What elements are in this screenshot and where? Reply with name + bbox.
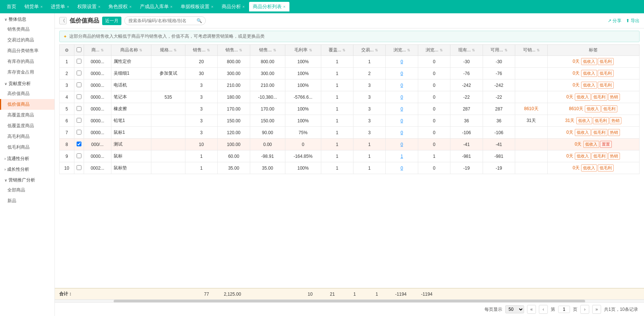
col-settings[interactable]: ⚙ [60,45,74,56]
row-checkbox[interactable] [77,153,81,158]
cell-check[interactable] [74,79,84,91]
sidebar-item-新品[interactable]: 新品 [0,196,54,206]
close-icon[interactable]: × [40,4,43,9]
sidebar-section-贡献度分析[interactable]: ∨贡献度分析 [0,78,54,88]
sidebar-item-低毛利商品[interactable]: 低毛利商品 [0,142,54,153]
search-input[interactable] [124,16,206,25]
nav-item-权限设置[interactable]: 权限设置× [74,2,104,11]
browse1-link[interactable]: 0 [400,106,403,112]
col-check[interactable] [74,45,84,56]
share-button[interactable]: ↗ 分享 [608,18,621,24]
cell-browse1[interactable]: 0 [386,79,418,91]
cell-browse1[interactable]: 0 [386,103,418,115]
row-checkbox[interactable] [77,106,81,111]
close-icon[interactable]: × [129,4,131,9]
sidebar-item-商品分类销售率[interactable]: 商品分类销售率 [0,45,54,56]
select-all-checkbox[interactable] [77,47,81,52]
browse1-link[interactable]: 0 [400,142,403,147]
cell-check[interactable] [74,103,84,115]
close-icon[interactable]: × [242,4,245,9]
col-saleable[interactable]: 可销... ⇅ [515,45,547,56]
cell-check[interactable] [74,115,84,127]
row-checkbox[interactable] [77,59,81,64]
close-icon[interactable]: × [67,4,69,9]
close-icon[interactable]: × [170,4,172,9]
browse1-link[interactable]: 0 [400,95,403,100]
last-page-button[interactable]: » [592,305,601,314]
cell-browse1[interactable]: 0 [386,115,418,127]
export-button[interactable]: ⬆ 导出 [626,18,640,24]
first-page-button[interactable]: « [527,305,536,314]
row-checkbox[interactable] [77,71,81,75]
cell-check[interactable] [74,150,84,162]
sidebar-item-高覆盖度商品[interactable]: 高覆盖度商品 [0,110,54,120]
nav-item-商品分析[interactable]: 商品分析× [218,2,248,11]
sidebar-item-高价值商品[interactable]: 高价值商品 [0,88,54,99]
cell-check[interactable] [74,56,84,68]
col-spec[interactable]: 规格... ⇅ [151,45,185,56]
sidebar-item-低覆盖度商品[interactable]: 低覆盖度商品 [0,120,54,131]
col-browse1[interactable]: 浏览... ⇅ [386,45,418,56]
close-icon[interactable]: × [98,4,100,9]
cell-check[interactable] [74,127,84,139]
cell-browse1[interactable]: 1 [386,150,418,162]
prev-page-button[interactable]: ‹ [539,305,548,314]
row-checkbox[interactable] [77,94,81,99]
sidebar-section-整体信息[interactable]: ∨整体信息 [0,13,54,24]
col-sales-amt[interactable]: 销售... ⇅ [218,45,250,56]
col-gross-margin[interactable]: 毛利率 ⇅ [285,45,321,56]
sidebar-item-销售类商品[interactable]: 销售类商品 [0,24,54,35]
row-checkbox[interactable] [77,118,81,123]
close-icon[interactable]: × [283,4,285,9]
row-checkbox[interactable] [77,165,81,170]
cell-check[interactable] [74,91,84,103]
col-available[interactable]: 可用... ⇅ [483,45,515,56]
sidebar-section-成长性分析[interactable]: ›成长性分析 [0,163,54,174]
browse1-link[interactable]: 0 [400,83,403,88]
nav-item-进货单[interactable]: 进货单× [47,2,73,11]
sidebar-item-高毛利商品[interactable]: 高毛利商品 [0,131,54,142]
cell-browse1[interactable]: 0 [386,127,418,139]
nav-item-首页[interactable]: 首页 [3,2,20,11]
nav-item-商品分析列表[interactable]: 商品分析列表× [249,2,289,11]
sidebar-item-有库存的商品[interactable]: 有库存的商品 [0,56,54,67]
cell-check[interactable] [74,139,84,150]
cell-check[interactable] [74,162,84,174]
cell-browse1[interactable]: 0 [386,139,418,150]
cell-browse1[interactable]: 0 [386,162,418,174]
browse1-link[interactable]: 0 [400,118,403,123]
nav-item-单据模板设置[interactable]: 单据模板设置× [177,2,217,11]
col-sales-qty[interactable]: 销售... ⇅ [185,45,217,56]
row-checkbox[interactable] [77,82,81,87]
browse1-link[interactable]: 0 [400,71,403,76]
sidebar-item-交易过的商品[interactable]: 交易过的商品 [0,35,54,45]
col-browse2[interactable]: 浏览... ⇅ [418,45,450,56]
nav-item-销货单[interactable]: 销货单× [21,2,46,11]
sidebar-section-营销推广分析[interactable]: ∨营销推广分析 [0,174,54,185]
col-code[interactable]: 商... ⇅ [84,45,111,56]
col-current-stock[interactable]: 现有... ⇅ [450,45,483,56]
nav-item-产成品入库单[interactable]: 产成品入库单× [136,2,176,11]
page-number-input[interactable] [558,306,570,313]
sidebar-section-流通性分析[interactable]: ›流通性分析 [0,153,54,163]
browse1-link[interactable]: 0 [400,166,403,171]
col-trade[interactable]: 交易... ⇅ [353,45,385,56]
time-filter-button[interactable]: 近一月 [102,17,121,25]
sidebar-item-库存资金占用[interactable]: 库存资金占用 [0,67,54,78]
sidebar-item-低价值商品[interactable]: 低价值商品 [0,99,54,110]
browse1-link[interactable]: 0 [400,59,403,64]
cell-browse1[interactable]: 0 [386,68,418,79]
cell-browse1[interactable]: 0 [386,56,418,68]
sidebar-item-全部商品[interactable]: 全部商品 [0,185,54,196]
collapse-button[interactable]: 《 [59,17,67,24]
browse1-link[interactable]: 0 [400,130,403,135]
row-checkbox[interactable] [77,130,81,135]
next-page-button[interactable]: › [580,305,589,314]
cell-check[interactable] [74,68,84,79]
browse1-link[interactable]: 1 [400,154,403,159]
page-size-select[interactable]: 50 100 200 [505,305,524,313]
close-icon[interactable]: × [211,4,213,9]
col-sales-profit[interactable]: 销售... ⇅ [250,45,285,56]
col-name[interactable]: 商品名称 ⇅ [111,45,151,56]
nav-item-角色授权[interactable]: 角色授权× [105,2,135,11]
